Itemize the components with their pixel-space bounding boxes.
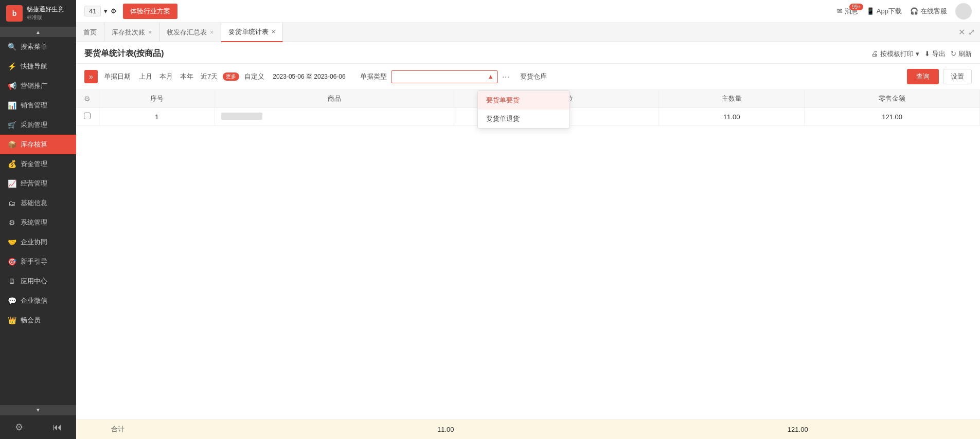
sidebar-settings-icon[interactable]: ⚙	[11, 419, 27, 435]
sidebar-item-appstore[interactable]: 🖥应用中心	[0, 271, 76, 291]
app-download-label: App下载	[877, 7, 902, 16]
sidebar-icon-inventory: 📦	[7, 140, 16, 149]
date-range-text: 2023-05-06 至 2023-06-06	[273, 72, 345, 81]
user-avatar[interactable]	[955, 3, 972, 20]
sidebar-label-enterprise: 企业协同	[21, 237, 47, 247]
tabs-close-all[interactable]: ✕	[958, 27, 965, 37]
tabs-expand-icon[interactable]: ⤢	[968, 27, 975, 37]
table-container: ⚙ 序号 商品 主计量单位 主数量 零售金额 1 块 11.00 121.00	[76, 90, 980, 419]
print-btn[interactable]: 🖨 按模板打印 ▾	[871, 49, 919, 59]
sidebar-item-shortcut[interactable]: ⚡快捷导航	[0, 57, 76, 76]
store-selector[interactable]: 41 ▾ ⚙	[84, 6, 117, 16]
date-opt-this-year[interactable]: 本年	[178, 71, 195, 82]
date-options: 上月 本月 本年 近7天 更多 自定义	[137, 71, 266, 82]
messages-badge: 99+	[849, 4, 863, 10]
col-quantity: 主数量	[659, 90, 805, 108]
main-area: 41 ▾ ⚙ 体验行业方案 ✉ 消息 99+ 📱 App下载 🎧 在线客服	[76, 0, 980, 439]
sidebar-collapse-icon[interactable]: ⏮	[48, 420, 66, 435]
warehouse-section: 要货仓库	[520, 72, 547, 81]
header-settings-icon[interactable]: ⚙	[111, 7, 117, 15]
sidebar-item-basic[interactable]: 🗂基础信息	[0, 193, 76, 213]
sidebar-item-system[interactable]: ⚙系统管理	[0, 213, 76, 232]
sidebar-icon-search: 🔍	[7, 43, 16, 51]
tab-order-stats-close[interactable]: ×	[272, 28, 275, 35]
sidebar-item-search[interactable]: 🔍搜索菜单	[0, 37, 76, 57]
row-index: 1	[99, 108, 215, 126]
print-icon: 🖨	[871, 50, 878, 58]
tab-home[interactable]: 首页	[76, 23, 104, 42]
sidebar-item-enterprise[interactable]: 🤝企业协同	[0, 232, 76, 252]
sidebar-item-vip[interactable]: 👑畅会员	[0, 310, 76, 330]
sidebar-label-appstore: 应用中心	[21, 277, 47, 286]
sidebar-item-purchase[interactable]: 🛒采购管理	[0, 115, 76, 135]
col-settings[interactable]: ⚙	[76, 90, 99, 108]
sidebar-scroll-down[interactable]: ▼	[0, 405, 76, 415]
messages-btn[interactable]: ✉ 消息 99+	[837, 7, 858, 16]
tab-inventory-batch-close[interactable]: ×	[148, 29, 152, 36]
sidebar-icon-operations: 📈	[7, 179, 16, 188]
dropdown-item-order-goods[interactable]: 要货单要货	[478, 91, 569, 109]
tabs-bar: 首页 库存批次账 × 收发存汇总表 × 要货单统计表 × ✕ ⤢	[76, 23, 980, 42]
table-footer: 合计 11.00 121.00	[76, 419, 980, 439]
order-type-section: 单据类型 ▲ ···	[360, 70, 510, 83]
settings-button[interactable]: 设置	[943, 69, 972, 84]
trial-button[interactable]: 体验行业方案	[123, 4, 177, 19]
refresh-label: 刷新	[958, 49, 972, 59]
page-title: 要货单统计表(按商品)	[84, 48, 164, 59]
sidebar-item-inventory[interactable]: 📦库存核算	[0, 135, 76, 154]
filter-expand-button[interactable]: »	[84, 70, 98, 83]
col-index: 序号	[99, 90, 215, 108]
sidebar-nav: 🔍搜索菜单⚡快捷导航📢营销推广📊销售管理🛒采购管理📦库存核算💰资金管理📈经营管理…	[0, 37, 76, 405]
sidebar-label-sales: 销售管理	[21, 101, 47, 110]
date-opt-7days[interactable]: 近7天	[199, 71, 220, 82]
online-service-label: 在线客服	[920, 7, 947, 16]
logo-icon: b	[6, 5, 23, 22]
tab-receive-summary[interactable]: 收发存汇总表 ×	[159, 23, 221, 42]
store-dropdown-arrow[interactable]: ▾	[104, 7, 108, 15]
dropdown-item-order-return[interactable]: 要货单退货	[478, 109, 569, 128]
row-check-input[interactable]	[84, 113, 91, 119]
sidebar-icon-appstore: 🖥	[7, 277, 16, 285]
message-icon: ✉	[837, 7, 843, 15]
date-more-badge[interactable]: 更多	[223, 72, 239, 81]
date-opt-last-month[interactable]: 上月	[137, 71, 154, 82]
tab-receive-summary-close[interactable]: ×	[210, 29, 213, 36]
online-service-btn[interactable]: 🎧 在线客服	[910, 7, 947, 16]
page-title-actions: 🖨 按模板打印 ▾ ⬇ 导出 ↻ 刷新	[871, 49, 972, 59]
refresh-btn[interactable]: ↻ 刷新	[951, 49, 972, 59]
sidebar-item-guide[interactable]: 🎯新手引导	[0, 252, 76, 271]
sidebar-item-operations[interactable]: 📈经营管理	[0, 174, 76, 193]
sidebar-item-wechat[interactable]: 💬企业微信	[0, 291, 76, 310]
col-product: 商品	[215, 90, 454, 108]
filter-action-buttons: 查询 设置	[907, 69, 972, 84]
app-version: 标准版	[27, 14, 64, 21]
sidebar-label-wechat: 企业微信	[21, 296, 47, 305]
app-download-btn[interactable]: 📱 App下载	[866, 7, 902, 16]
tab-inventory-batch[interactable]: 库存批次账 ×	[104, 23, 159, 42]
print-arrow[interactable]: ▾	[916, 50, 919, 58]
order-type-more[interactable]: ···	[502, 71, 510, 82]
order-type-input[interactable]	[391, 70, 498, 83]
sidebar-label-marketing: 营销推广	[21, 81, 47, 90]
export-btn[interactable]: ⬇ 导出	[924, 49, 946, 59]
row-checkbox[interactable]	[76, 108, 99, 126]
sidebar-scroll-up[interactable]: ▲	[0, 27, 76, 37]
sidebar-item-finance[interactable]: 💰资金管理	[0, 154, 76, 174]
tab-order-stats[interactable]: 要货单统计表 ×	[221, 23, 283, 42]
sidebar-icon-finance: 💰	[7, 160, 16, 168]
date-opt-this-month[interactable]: 本月	[157, 71, 175, 82]
date-opt-custom[interactable]: 自定义	[242, 71, 266, 82]
query-button[interactable]: 查询	[907, 69, 939, 84]
table-settings-icon[interactable]: ⚙	[84, 95, 91, 103]
sidebar-icon-wechat: 💬	[7, 297, 16, 305]
tabs-expand-area: ✕ ⤢	[953, 27, 980, 37]
print-label: 按模板打印	[880, 49, 914, 59]
app-name: 畅捷通好生意	[27, 6, 64, 14]
page-title-bar: 要货单统计表(按商品) 🖨 按模板打印 ▾ ⬇ 导出 ↻ 刷新	[76, 42, 980, 64]
sidebar-label-finance: 资金管理	[21, 159, 47, 169]
page-content: 要货单统计表(按商品) 🖨 按模板打印 ▾ ⬇ 导出 ↻ 刷新 »	[76, 42, 980, 439]
sidebar-item-marketing[interactable]: 📢营销推广	[0, 76, 76, 96]
tab-home-label: 首页	[83, 28, 97, 37]
product-placeholder	[221, 113, 262, 120]
sidebar-item-sales[interactable]: 📊销售管理	[0, 96, 76, 115]
